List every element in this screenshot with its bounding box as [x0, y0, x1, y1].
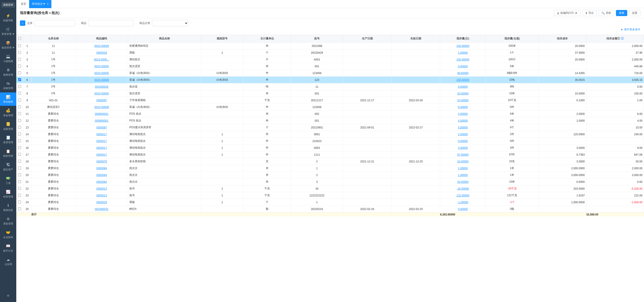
row-code-link[interactable]: 0023-00005 — [94, 72, 109, 75]
tab-home[interactable]: 首页 — [18, 0, 29, 8]
row-qty-link[interactable]: 100.00000 — [456, 44, 469, 48]
row-qty-link[interactable]: 100.00000 — [456, 78, 469, 82]
row-code-link[interactable]: 0023-00005 — [94, 92, 109, 95]
row-qty-link[interactable]: 1.00000 — [458, 167, 468, 170]
sidebar-item-ledger[interactable]: 📒 总账管理 — [0, 119, 16, 133]
row-checkbox[interactable] — [18, 139, 21, 142]
row-qty-link[interactable]: 0.00000 — [458, 139, 468, 143]
export-button[interactable]: ⬆ 导出 — [582, 10, 597, 16]
table-row[interactable]: 17 萧萧综仓 0000017 测试电笔批次 1 件 1111 87.00000… — [16, 151, 644, 158]
sidebar-item-salary[interactable]: 💵 工资 — [0, 174, 16, 187]
table-row[interactable]: 16 萧萧综仓 0000017 测试电笔批次 1 件 0003 3.00000 … — [16, 144, 644, 151]
table-row[interactable]: 6 1号 0023-00008 富诚（白色/灰桔） 白色/灰桔 件 123 10… — [16, 77, 644, 83]
tab-inventory-batch[interactable]: 库存批次▼ ✕ — [29, 0, 52, 8]
row-checkbox[interactable] — [18, 78, 21, 81]
row-checkbox[interactable] — [18, 146, 21, 149]
row-checkbox[interactable] — [18, 187, 21, 190]
table-row[interactable]: 19 萧萧综仓 0000084 批次次 米 1 1.00000 1米 2,000… — [16, 165, 644, 172]
table-row[interactable]: 9 A01-01 0000097 子件保质期组 千克 20211217 2021… — [16, 97, 644, 104]
tab-close-btn[interactable]: ✕ — [47, 3, 49, 5]
collapse-arrow-button[interactable]: › — [20, 20, 25, 26]
row-qty-link[interactable]: 10.00000 — [457, 180, 468, 184]
table-row[interactable]: 10 测试适宜2 0023-00008 富诚（白色/灰桔） 白色/灰桔 件 12… — [16, 104, 644, 111]
row-checkbox[interactable] — [18, 92, 21, 95]
table-row[interactable]: 15 萧萧综仓 0000017 测试电笔批次 1 件 210423 0.0000… — [16, 138, 644, 144]
row-code-link[interactable]: 0000084 — [96, 180, 107, 184]
row-checkbox[interactable] — [18, 167, 21, 170]
sidebar-item-inventory[interactable]: 📊 库存核算 — [0, 92, 16, 106]
row-qty-link[interactable]: 3.00000 — [458, 146, 468, 149]
sidebar-item-ecom[interactable]: 🖥 电商管理 — [0, 65, 16, 79]
row-checkbox[interactable] — [18, 71, 21, 74]
row-code-link[interactable]: 0000097 — [96, 99, 107, 102]
row-checkbox[interactable] — [18, 65, 21, 68]
row-code-link[interactable]: 0023-00005 — [94, 65, 109, 68]
sidebar-search[interactable]: 搜索菜单 — [1, 2, 15, 8]
settings-button[interactable]: 设置 — [629, 10, 640, 16]
row-code-link[interactable]: 0000012 — [96, 194, 107, 197]
sidebar-item-purchase[interactable]: 🛍 采购管理 — [0, 79, 16, 92]
table-row[interactable]: 20 萧萧综仓 0000084 批次次 米 2 1.00000 1米 3,000… — [16, 172, 644, 179]
row-code-link[interactable]: 0000029 — [96, 51, 107, 54]
sidebar-item-mgmt[interactable]: 📈 经营管理 — [0, 187, 16, 201]
row-qty-link[interactable]: 0.00000 — [458, 106, 468, 109]
table-row[interactable]: 2 11 0000029 票版 1 个 20220429 1.00000 1个 … — [16, 49, 644, 56]
table-row[interactable]: 5 1号 0023-00005 富诚（白色/灰桔） 白色/灰桔 件 123456… — [16, 70, 644, 77]
filter-button[interactable]: 🔍 层析 — [598, 10, 614, 16]
row-qty-link[interactable]: 0.00000 — [458, 85, 468, 88]
row-checkbox[interactable] — [18, 153, 21, 156]
sidebar-item-system[interactable]: ⚙ 系统管理 — [0, 214, 16, 228]
row-checkbox[interactable] — [18, 119, 21, 122]
table-row[interactable]: 21 萧萧综仓 0000084 批次次 米 3 10.00000 10米 0.0… — [16, 179, 644, 185]
row-checkbox[interactable] — [18, 132, 21, 135]
info-icon[interactable]: ⓘ — [621, 37, 624, 40]
row-qty-link[interactable]: 100.00000 — [456, 58, 469, 61]
table-row[interactable]: 24 萧萧综仓 0000029 票版 1 个 1 -1.00000 -1个 1,… — [16, 199, 644, 206]
row-qty-link[interactable]: 1.00000 — [458, 51, 468, 54]
row-checkbox[interactable] — [18, 201, 21, 203]
row-checkbox[interactable] — [18, 194, 21, 197]
row-checkbox[interactable] — [18, 99, 21, 101]
row-qty-link[interactable]: 49.60000 — [457, 72, 468, 75]
row-code-link[interactable]: 0000017 — [96, 133, 107, 136]
row-checkbox[interactable] — [18, 51, 21, 54]
table-row[interactable]: 23 萧萧综仓 0000012 批号 1 千克 1222222222 122.0… — [16, 192, 644, 199]
row-code-link[interactable]: 000900001 — [95, 119, 108, 122]
row-code-link[interactable]: 001000031 — [95, 208, 108, 211]
row-qty-link[interactable]: 87.00000 — [457, 153, 468, 156]
row-qty-link[interactable]: -1.00000 — [458, 201, 468, 204]
row-qty-link[interactable]: 10.00000 — [457, 99, 468, 102]
table-row[interactable]: 11 萧萧综仓 000900001 POS 批次 米 002 4.00000 4… — [16, 111, 644, 117]
table-row[interactable]: 13 萧萧综仓 0000097 POS显示库房异常 个 20210901 202… — [16, 124, 644, 131]
row-code-link[interactable]: 0000078 — [96, 160, 107, 163]
row-checkbox[interactable] — [18, 160, 21, 163]
row-code-link[interactable]: 001000026 — [95, 85, 108, 88]
row-qty-link[interactable]: 0.00000 — [458, 65, 468, 68]
row-qty-link[interactable]: -16.00000 — [457, 187, 469, 190]
row-qty-link[interactable]: 1.00000 — [458, 174, 468, 177]
table-row[interactable]: 25 萧萧综仓 001000031 鲜纪A 瓶 20220216 2022-02… — [16, 206, 644, 213]
table-row[interactable]: 14 萧萧综仓 0000017 测试电笔批次 1 件 0001 2.00000 … — [16, 131, 644, 138]
sidebar-item-quicknav[interactable]: ⚡ 快捷导航 — [0, 11, 16, 25]
row-checkbox[interactable] — [18, 85, 21, 88]
warehouse-input[interactable] — [34, 20, 75, 26]
row-qty-link[interactable]: 0.00000 — [458, 208, 468, 211]
goods-input[interactable] — [88, 20, 134, 26]
row-code-link[interactable]: 000900001 — [95, 112, 108, 115]
sidebar-item-collab[interactable]: 🤝 企业协同 — [0, 228, 16, 241]
row-code-link[interactable]: 0000084 — [96, 167, 107, 170]
row-code-link[interactable]: 0000017 — [96, 139, 107, 143]
select-all-checkbox[interactable] — [18, 37, 21, 40]
row-qty-link[interactable]: 4.00000 — [458, 112, 468, 115]
print-by-code-button[interactable]: 🖨 按编码打印 ▼ — [554, 10, 580, 16]
sidebar-item-small-ecom[interactable]: 💻 小核电商 — [0, 52, 16, 65]
sidebar-item-finance[interactable]: 💰 资金管理 — [0, 106, 16, 119]
row-code-link[interactable]: 0023-00008 — [94, 106, 109, 109]
search-button[interactable]: 搜索 — [616, 10, 627, 16]
row-qty-link[interactable]: 0.00000 — [458, 126, 468, 129]
sidebar-item-assets[interactable]: 🏗 固定资产 — [0, 160, 16, 174]
row-qty-link[interactable]: 10.00000 — [457, 160, 468, 163]
row-code-link[interactable]: 0000084 — [96, 174, 107, 177]
row-qty-link[interactable]: 122.00000 — [456, 194, 469, 197]
category-select[interactable] — [152, 20, 188, 26]
